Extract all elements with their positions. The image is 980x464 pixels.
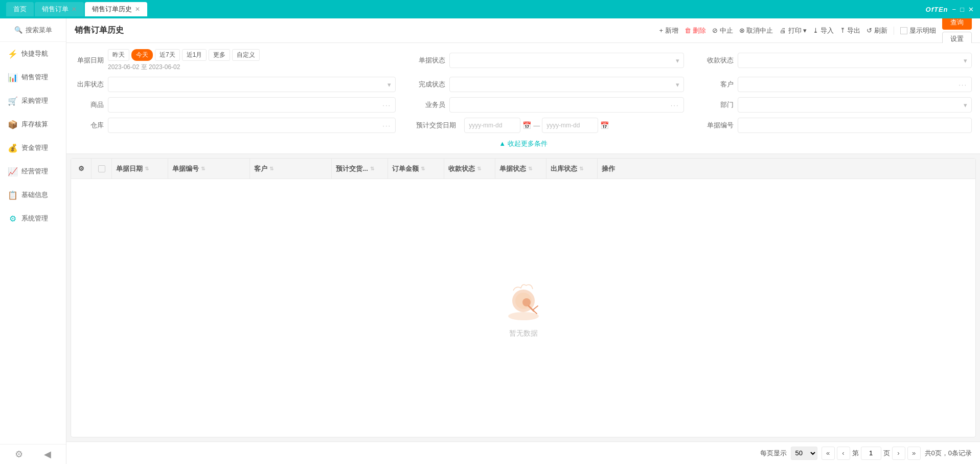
sidebar-item-basic[interactable]: 📋 基础信息 bbox=[0, 183, 66, 207]
filter-row-1: 单据日期 昨天 今天 近7天 近1月 更多 自定义 2023-06-02 至 2… bbox=[75, 49, 972, 72]
last-page-btn[interactable]: » bbox=[907, 447, 921, 460]
th-delivery[interactable]: 预计交货... ⇅ bbox=[332, 159, 388, 179]
date-btn-custom[interactable]: 自定义 bbox=[232, 49, 260, 61]
th-amount[interactable]: 订单金额 ⇅ bbox=[388, 159, 444, 179]
customer-input[interactable]: ··· bbox=[738, 77, 972, 92]
sidebar-item-quick-nav-label: 快捷导航 bbox=[21, 49, 48, 58]
filter-delivery-date: 预计交货日期 yyyy-mm-dd 📅 — yyyy-mm-dd 📅 bbox=[416, 118, 683, 133]
show-cols-toggle[interactable]: 显示明细 bbox=[900, 26, 936, 35]
goods-input[interactable]: ··· bbox=[108, 97, 396, 113]
salesperson-input[interactable]: ··· bbox=[449, 97, 683, 113]
order-no-input[interactable] bbox=[738, 118, 972, 133]
filter-date: 单据日期 昨天 今天 近7天 近1月 更多 自定义 2023-06-02 至 2… bbox=[75, 49, 396, 72]
tab-home[interactable]: 首页 bbox=[6, 2, 34, 16]
sidebar-settings-icon[interactable]: ⚙ bbox=[15, 449, 23, 460]
delivery-start-calendar-icon[interactable]: 📅 bbox=[522, 121, 531, 129]
first-page-btn[interactable]: « bbox=[822, 447, 835, 460]
sidebar-item-inventory[interactable]: 📦 库存核算 bbox=[0, 113, 66, 136]
close-tab-sales-history-icon[interactable]: ✕ bbox=[135, 6, 140, 13]
basic-icon: 📋 bbox=[8, 190, 17, 200]
cancel-stop-btn[interactable]: ⊗ 取消中止 bbox=[739, 26, 773, 35]
per-page-select[interactable]: 50 10 20 100 bbox=[791, 447, 817, 460]
customer-dots-icon: ··· bbox=[959, 81, 967, 89]
date-btn-today[interactable]: 今天 bbox=[131, 49, 153, 61]
th-checkbox[interactable] bbox=[92, 159, 112, 179]
department-select[interactable]: ▾ bbox=[738, 97, 972, 113]
th-settings[interactable]: ⚙ bbox=[71, 159, 92, 179]
th-customer[interactable]: 客户 ⇅ bbox=[250, 159, 332, 179]
order-status-arrow-icon: ▾ bbox=[676, 57, 679, 64]
department-label: 部门 bbox=[704, 100, 738, 109]
delivery-end-calendar-icon[interactable]: 📅 bbox=[600, 121, 609, 129]
import-btn[interactable]: ⤓ 导入 bbox=[813, 26, 834, 35]
date-btn-7days[interactable]: 近7天 bbox=[155, 49, 180, 61]
tab-sales-order[interactable]: 销售订单 ✕ bbox=[35, 2, 84, 16]
show-cols-checkbox-icon bbox=[900, 27, 907, 34]
complete-status-select[interactable]: ▾ bbox=[449, 77, 683, 92]
print-btn[interactable]: 🖨 🖨 打印 打印 ▾ bbox=[780, 26, 807, 35]
out-status-arrow-icon: ▾ bbox=[388, 81, 391, 89]
out-status-select[interactable]: ▾ bbox=[108, 77, 396, 92]
date-btn-1month[interactable]: 近1月 bbox=[182, 49, 207, 61]
tab-sales-history[interactable]: 销售订单历史 ✕ bbox=[85, 2, 147, 16]
svg-line-5 bbox=[533, 306, 538, 310]
sidebar-item-operations[interactable]: 📈 经营管理 bbox=[0, 160, 66, 183]
th-op: 操作 bbox=[598, 159, 975, 179]
sidebar: 🔍 搜索菜单 ⚡ 快捷导航 📊 销售管理 🛒 采购管理 📦 库存核算 💰 资金管… bbox=[0, 18, 66, 464]
stop-btn[interactable]: ⊘ 中止 bbox=[712, 26, 733, 35]
sidebar-item-system[interactable]: ⚙ 系统管理 bbox=[0, 207, 66, 230]
order-no-label: 单据编号 bbox=[704, 121, 738, 130]
sidebar-item-finance[interactable]: 💰 资金管理 bbox=[0, 136, 66, 160]
th-order-sort-icon: ⇅ bbox=[201, 166, 205, 171]
sidebar-collapse-icon[interactable]: ◀ bbox=[44, 449, 51, 460]
order-status-label: 单据状态 bbox=[416, 56, 449, 65]
refresh-btn[interactable]: ↺ 刷新 bbox=[867, 26, 887, 35]
filter-row-3: 商品 ··· 业务员 ··· 部门 ▾ bbox=[75, 97, 972, 113]
empty-text: 暂无数据 bbox=[509, 329, 538, 338]
delivery-start-placeholder: yyyy-mm-dd bbox=[469, 122, 502, 129]
maximize-icon[interactable]: □ bbox=[960, 6, 964, 13]
new-btn[interactable]: + 新增 bbox=[659, 26, 678, 35]
delivery-end-input[interactable]: yyyy-mm-dd bbox=[542, 118, 598, 133]
delivery-date-range: yyyy-mm-dd 📅 — yyyy-mm-dd 📅 bbox=[464, 118, 683, 133]
collapse-filters[interactable]: ▲ 收起更多条件 bbox=[75, 138, 972, 149]
salesperson-label: 业务员 bbox=[416, 100, 449, 109]
sidebar-item-sales[interactable]: 📊 销售管理 bbox=[0, 65, 66, 89]
next-page-btn[interactable]: › bbox=[892, 447, 905, 460]
th-pay-status[interactable]: 收款状态 ⇅ bbox=[444, 159, 495, 179]
sidebar-item-sales-label: 销售管理 bbox=[21, 73, 48, 82]
table-area: ⚙ 单据日期 ⇅ 单据编号 ⇅ 客户 ⇅ 预计交货... bbox=[71, 158, 976, 437]
delivery-start-input[interactable]: yyyy-mm-dd bbox=[464, 118, 520, 133]
th-out-status[interactable]: 出库状态 ⇅ bbox=[546, 159, 598, 179]
top-bar: 首页 销售订单 ✕ 销售订单历史 ✕ OfTEn − □ ✕ bbox=[0, 0, 980, 18]
date-btn-more[interactable]: 更多 bbox=[209, 49, 230, 61]
print-icon: 🖨 bbox=[780, 27, 786, 34]
page-navigation: « ‹ 第 页 › » bbox=[822, 447, 921, 460]
th-order[interactable]: 单据编号 ⇅ bbox=[168, 159, 250, 179]
th-order-status[interactable]: 单据状态 ⇅ bbox=[495, 159, 546, 179]
filter-order-no: 单据编号 bbox=[704, 118, 972, 133]
filter-order-status: 单据状态 ▾ bbox=[416, 53, 683, 68]
th-out-status-label: 出库状态 bbox=[551, 164, 577, 173]
th-date[interactable]: 单据日期 ⇅ bbox=[112, 159, 168, 179]
filter-goods: 商品 ··· bbox=[75, 97, 396, 113]
close-tab-sales-order-icon[interactable]: ✕ bbox=[72, 6, 77, 13]
query-button[interactable]: 查询 bbox=[942, 18, 972, 30]
export-btn[interactable]: ⤒ 导出 bbox=[840, 26, 861, 35]
page-number-input[interactable] bbox=[861, 447, 881, 460]
pay-status-select[interactable]: ▾ bbox=[738, 53, 972, 68]
minimize-icon[interactable]: − bbox=[952, 6, 956, 13]
th-order-status-sort-icon: ⇅ bbox=[528, 166, 532, 171]
sidebar-item-purchase[interactable]: 🛒 采购管理 bbox=[0, 89, 66, 113]
sidebar-item-quick-nav[interactable]: ⚡ 快捷导航 bbox=[0, 42, 66, 65]
query-set-btns: 查询 设置 bbox=[942, 18, 972, 46]
order-status-select[interactable]: ▾ bbox=[449, 53, 683, 68]
warehouse-input[interactable]: ··· bbox=[108, 118, 396, 133]
delete-btn[interactable]: 🗑 删除 bbox=[685, 26, 706, 35]
prev-page-btn[interactable]: ‹ bbox=[837, 447, 850, 460]
close-app-icon[interactable]: ✕ bbox=[968, 6, 974, 13]
sidebar-search[interactable]: 🔍 搜索菜单 bbox=[0, 18, 66, 42]
th-order-status-label: 单据状态 bbox=[499, 164, 526, 173]
pay-status-arrow-icon: ▾ bbox=[964, 57, 967, 64]
date-btn-yesterday[interactable]: 昨天 bbox=[108, 49, 129, 61]
